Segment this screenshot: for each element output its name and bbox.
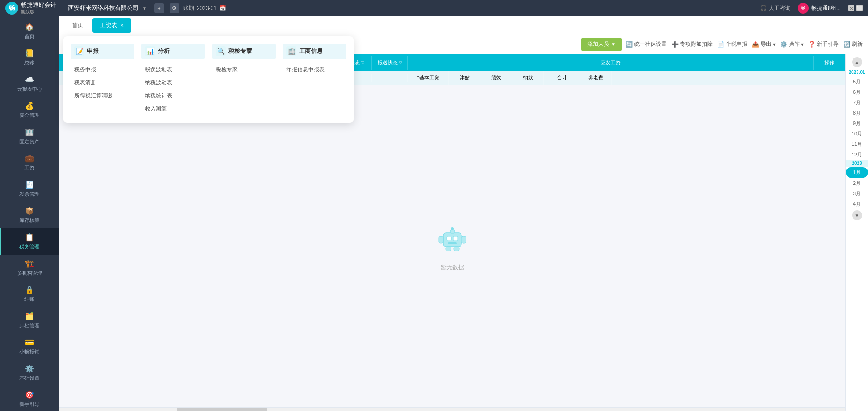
sidebar-item-home[interactable]: 🏠 首页 [0,18,59,44]
sidebar-label-xiao: 小畅报销 [19,348,39,355]
filter-status-icon[interactable]: ▽ [361,60,364,65]
tab-payroll[interactable]: 工资表 × [92,18,131,33]
username: 畅捷通8组... [811,5,841,12]
cal-year-header: 2023.01 [849,68,865,77]
add-icon-btn[interactable]: ＋ [154,3,164,13]
sub-allowance: 津贴 [449,71,480,85]
svg-rect-2 [453,236,458,241]
export-icon: 📤 [752,41,759,48]
tax-report-btn[interactable]: 📄 个税申报 [717,40,747,48]
th-submit-label: 报送状态 [378,59,398,66]
export-btn[interactable]: 📤 导出 ▾ [752,40,776,48]
cal-month-11[interactable]: 11月 [846,139,868,150]
top-bar-actions: ＋ ⚙ [154,3,179,13]
sidebar-item-inventory[interactable]: 📦 库存核算 [0,202,59,228]
sub-deduct-label: 扣款 [523,74,533,81]
sidebar-item-closing[interactable]: 🔒 结账 [0,281,59,307]
calendar-icon[interactable]: 📅 [219,5,226,11]
menu-item-tax-form[interactable]: 税表清册 [71,76,134,89]
payroll-icon: 💼 [25,154,34,163]
company-selector[interactable]: 西安虾米网络科技有限公司 ▼ [64,4,150,12]
menu-item-tax-stat[interactable]: 纳税统计表 [141,89,205,102]
menu-item-income-tax[interactable]: 所得税汇算清缴 [71,89,134,102]
cal-month-10[interactable]: 10月 [846,129,868,139]
cal-month-1-active[interactable]: 1月 [846,167,868,178]
sidebar-item-multi[interactable]: 🏗️ 多机构管理 [0,255,59,281]
tab-payroll-close[interactable]: × [120,22,124,29]
sub-pension: 养老费 [580,71,612,85]
sidebar-item-xiao[interactable]: 💳 小畅报销 [0,334,59,360]
menu-item-tax-expert[interactable]: 税检专家 [212,63,276,76]
cal-nav-down[interactable]: ▼ [852,210,862,220]
ops-label: 操作 [789,40,800,48]
social-insurance-btn[interactable]: 🔄 统一社保设置 [626,40,667,48]
cal-month-3[interactable]: 3月 [846,189,868,199]
cal-nav-up[interactable]: ▲ [852,57,862,67]
expert-section-icon: 🔍 [216,46,226,56]
cal-month-2[interactable]: 2月 [846,178,868,189]
svg-rect-8 [446,247,451,251]
sidebar-item-invoice[interactable]: 🧾 发票管理 [0,176,59,202]
menu-item-tax-report[interactable]: 税务申报 [71,63,134,76]
operations-btn[interactable]: ⚙️ 操作 ▾ [780,40,804,48]
add-person-button[interactable]: 添加人员 ▼ [581,38,622,51]
sidebar-item-cloud[interactable]: ☁️ 云报表中心 [0,71,59,97]
empty-text: 暂无数据 [441,263,464,271]
cal-month-4[interactable]: 4月 [846,199,868,209]
add-person-label: 添加人员 [587,40,609,48]
filter-submit-icon[interactable]: ▽ [399,60,402,65]
expert-section-label: 税检专家 [228,47,252,55]
sidebar-item-tax[interactable]: 📋 税务管理 [0,228,59,255]
close-button[interactable]: ✕ [848,5,854,11]
sidebar-item-settings[interactable]: ⚙️ 基础设置 [0,360,59,386]
empty-state: 暂无数据 [59,85,845,407]
sidebar-item-guide[interactable]: 🎯 新手引导 [0,386,59,411]
restore-button[interactable]: ⬜ [856,5,863,11]
svg-point-5 [451,227,454,230]
business-section-label: 工商信息 [299,47,323,55]
sidebar-item-assets[interactable]: 🏢 固定资产 [0,123,59,150]
tab-home-label: 首页 [72,21,83,29]
menu-item-income-calc[interactable]: 收入测算 [141,102,205,116]
cal-month-8[interactable]: 8月 [846,108,868,118]
export-label: 导出 [761,40,771,48]
cal-month-5[interactable]: 5月 [846,77,868,87]
sidebar-item-payroll[interactable]: 💼 工资 [0,150,59,176]
cal-month-7[interactable]: 7月 [846,97,868,108]
tax-report-label: 个税申报 [726,40,747,48]
menu-item-annual-report[interactable]: 年报信息申报表 [283,63,346,76]
special-icon: ➕ [671,41,679,48]
guide-label: 新手引导 [817,40,839,48]
menu-item-tax-burden[interactable]: 税负波动表 [141,63,205,76]
settings-icon-btn[interactable]: ⚙ [170,3,179,13]
service-button[interactable]: 🎧 人工咨询 [760,5,790,12]
report-section-label: 申报 [87,47,99,55]
horizontal-scrollbar[interactable] [59,407,845,411]
refresh-label: 刷新 [852,40,863,48]
menu-item-tax-flow[interactable]: 纳税波动表 [141,76,205,89]
tab-payroll-label: 工资表 [100,21,117,29]
sidebar-item-ledger[interactable]: 📒 总账 [0,44,59,71]
sub-total-label: 合计 [557,74,567,81]
cal-month-9[interactable]: 9月 [846,118,868,129]
guide-icon: 🎯 [25,391,34,399]
cal-month-6[interactable]: 6月 [846,87,868,97]
sidebar-label-closing: 结账 [24,296,34,303]
svg-rect-0 [443,233,461,247]
sub-perf: 绩效 [480,71,512,85]
tab-home[interactable]: 首页 [64,18,91,33]
refresh-btn[interactable]: 🔃 刷新 [843,40,863,48]
scrollbar-thumb[interactable] [177,408,267,411]
special-deduction-btn[interactable]: ➕ 专项附加扣除 [671,40,713,48]
cal-month-12[interactable]: 12月 [846,150,868,160]
logo-icon: 畅 [5,2,18,15]
tax-dropdown-menu: 📝 申报 税务申报 税表清册 所得税汇算清缴 📊 分析 税负波动表 纳税波动表 … [63,36,354,123]
sub-allowance-label: 津贴 [460,74,470,81]
sidebar-item-fund[interactable]: 💰 资金管理 [0,97,59,123]
closing-icon: 🔒 [25,285,34,294]
special-label: 专项附加扣除 [680,40,713,48]
company-name: 西安虾米网络科技有限公司 [68,4,139,12]
sidebar-item-archive[interactable]: 🗂️ 归档管理 [0,307,59,334]
cloud-icon: ☁️ [25,75,34,84]
guide-btn[interactable]: ❓ 新手引导 [808,40,839,48]
